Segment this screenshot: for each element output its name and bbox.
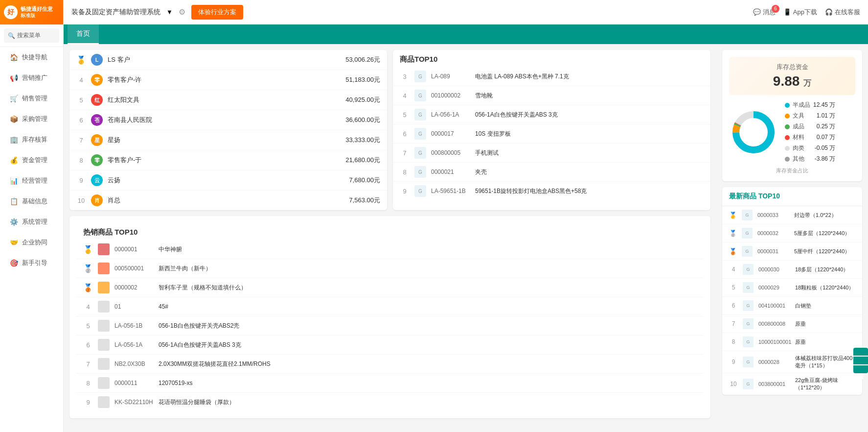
sidebar-item-快捷导航[interactable]: 🏠快捷导航 (0, 47, 63, 68)
trial-button[interactable]: 体验行业方案 (191, 5, 243, 20)
product-image: G (414, 71, 426, 82)
product-code: 000800005 (431, 149, 470, 156)
sidebar-item-资金管理[interactable]: 💰资金管理 (0, 150, 63, 170)
app-download-button[interactable]: 📱 App下载 (783, 8, 817, 17)
hot-product-name: 056-1B白色按键开关壳ABS2壳 (159, 322, 697, 330)
hot-product-name: 智利车子里（规格不知道填什么） (159, 284, 697, 292)
product-code: LA-59651-1B (431, 188, 470, 194)
latest-product-image: G (743, 318, 754, 329)
message-badge: 6 (772, 5, 779, 13)
latest-product-row: 9 G 0000028 体械荔枝味苏打饮品400毫升（1*15） (722, 351, 862, 373)
sidebar-item-采购管理[interactable]: 📦采购管理 (0, 109, 63, 129)
service-live-btn[interactable]: 直播 (853, 365, 868, 373)
nav-icon: 📋 (9, 197, 18, 206)
hot-product-name: 中华神腑 (159, 245, 697, 254)
hot-product-row: 8 0000011 12070519-xs (76, 374, 704, 393)
legend-label: 材料 (793, 133, 814, 142)
online-service-button[interactable]: 🎧 在线客服 (825, 8, 860, 17)
product-code: LA-089 (431, 73, 470, 80)
customer-list: 🥇 L LS 客户 53,006.26元 4 零 零售客户-许 51,183.0… (69, 50, 387, 210)
product-top-row: 6 G 0000017 10S 变扭罗板 (393, 124, 710, 144)
product-top-row: 9 G LA-59651-1B 59651-1B旋转投影灯电池盒ABS黑色+58… (393, 182, 710, 200)
search-label: 搜索菜单 (17, 31, 41, 40)
latest-product-row: 7 G 000800008 原垂 (722, 315, 862, 333)
customer-value: 21,680.00元 (345, 156, 380, 165)
sidebar-item-经营管理[interactable]: 📊经营管理 (0, 170, 63, 191)
legend-value: -3.86 万 (815, 155, 836, 163)
service-community-btn[interactable]: 服务社区 (853, 357, 868, 364)
legend-value: -0.05 万 (815, 144, 836, 152)
topbar-right: 💬 消息 6 📱 App下载 🎧 在线客服 (753, 8, 860, 17)
sidebar-item-营销推广[interactable]: 📢营销推广 (0, 68, 63, 88)
logo-icon: 好 (4, 5, 18, 19)
product-name: 手机测试 (475, 149, 704, 157)
app-download-label: App下载 (793, 8, 817, 17)
product-name: 10S 变扭罗板 (475, 130, 704, 138)
legend-dot (785, 103, 790, 108)
customer-name: 零售客户-许 (108, 75, 341, 84)
sidebar-item-企业协同[interactable]: 🤝企业协同 (0, 232, 63, 253)
customer-avatar: 红 (91, 94, 103, 106)
sidebar-item-系统管理[interactable]: ⚙️系统管理 (0, 212, 63, 232)
legend-value: 12.45 万 (813, 101, 835, 109)
customer-avatar: 肖 (91, 194, 103, 206)
legend-label: 成品 (793, 122, 814, 131)
product-image: G (414, 147, 426, 159)
service-hotline-btn[interactable]: 客服热线 (853, 348, 868, 356)
main-area: 装备及固定资产辅助管理系统 ▼ ⚙ 体验行业方案 💬 消息 6 📱 App下载 … (64, 0, 868, 432)
latest-product-list: 🥇 G 0000033 封边带（1.0*22） 🥈 G 0000032 5厘多层… (722, 206, 862, 395)
customer-row: 6 苍 苍南县人民医院 36,600.00元 (69, 110, 387, 130)
latest-rank-num: 9 (729, 359, 738, 365)
sidebar-item-销售管理[interactable]: 🛒销售管理 (0, 88, 63, 109)
latest-product-image: G (743, 282, 754, 293)
latest-products-card: 最新商品 TOP10 🥇 G 0000033 封边带（1.0*22） 🥈 G 0… (722, 187, 862, 395)
latest-product-row: 8 G 10000100001 原垂 (722, 333, 862, 351)
product-top-row: 5 G LA-056-1A 056-1A白色按键开关盖ABS 3克 (393, 105, 710, 124)
product-top-list: 3 G LA-089 电池盖 LA-089 ABS本色+黑种 7.1克 4 G … (393, 67, 710, 200)
customer-avatar: 苍 (91, 114, 103, 126)
hot-product-name: 2.0X30MM双搓花轴搓花直径2.1MM/ROHS (159, 360, 697, 368)
latest-product-image: G (743, 300, 754, 311)
latest-product-name: 原垂 (795, 338, 855, 346)
customer-value: 36,600.00元 (345, 116, 380, 124)
nav-icon: 💰 (9, 156, 18, 165)
hot-product-code: KK-SD22110H (114, 399, 154, 406)
product-rank: 9 (400, 188, 410, 195)
product-top-row: 4 G 001000002 雪地靴 (393, 86, 710, 105)
logo-sub: 标准版 (21, 12, 53, 19)
tab-home[interactable]: 首页 (68, 24, 99, 44)
sidebar-search[interactable]: 🔍 搜索菜单 (0, 24, 63, 47)
search-menu-button[interactable]: 🔍 搜索菜单 (4, 28, 59, 43)
product-rank: 5 (400, 111, 410, 119)
hot-product-row: 7 NB2.0X30B 2.0X30MM双搓花轴搓花直径2.1MM/ROHS (76, 355, 704, 374)
nav-icon: ⚙️ (9, 217, 18, 226)
hot-rank-num: 6 (83, 341, 93, 349)
hot-medal-gold-icon: 🥇 (83, 245, 93, 254)
hot-products-title: 热销商品 TOP10 (76, 223, 704, 240)
product-rank: 7 (400, 149, 410, 157)
customer-value: 7,563.00元 (349, 196, 380, 205)
nav-label: 新手引导 (22, 259, 47, 267)
legend-item: 成品 0.25 万 (785, 122, 835, 131)
hot-product-row: 5 LA-056-1B 056-1B白色按键开关壳ABS2壳 (76, 316, 704, 336)
latest-medal-silver-icon: 🥈 (729, 230, 737, 237)
online-service-label: 在线客服 (835, 8, 860, 17)
product-image: G (414, 166, 426, 178)
legend-dot (785, 135, 790, 140)
sidebar-item-基础信息[interactable]: 📋基础信息 (0, 191, 63, 212)
product-rank: 4 (400, 92, 410, 99)
nav-icon: 📦 (9, 115, 18, 123)
gear-icon[interactable]: ⚙ (179, 7, 185, 17)
latest-product-name: 18多层（1220*2440） (795, 266, 855, 273)
nav-label: 基础信息 (22, 197, 47, 206)
sidebar-item-新手引导[interactable]: 🎯新手引导 (0, 253, 63, 273)
customer-avatar: 星 (91, 134, 103, 146)
product-ranking-top-card: 商品TOP10 3 G LA-089 电池盖 LA-089 ABS本色+黑种 7… (393, 50, 710, 210)
message-button[interactable]: 💬 消息 6 (753, 8, 776, 17)
nav-label: 销售管理 (22, 94, 47, 103)
rank-number: 7 (76, 137, 86, 144)
sidebar-item-库存核算[interactable]: 🏢库存核算 (0, 129, 63, 150)
nav-label: 采购管理 (22, 115, 47, 123)
latest-product-name: 22g鱼豆腐-烧烤味（1*12*20） (795, 377, 855, 391)
medal-gold-icon: 🥇 (76, 55, 86, 65)
